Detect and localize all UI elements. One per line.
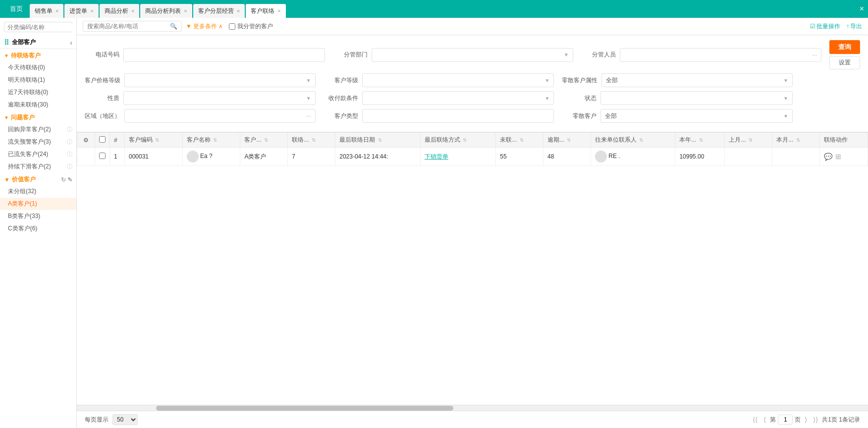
table-col-last-date[interactable]: 最后联络日期 ⇅ [335, 133, 420, 148]
prev-page-button[interactable]: ⟨ [761, 415, 768, 425]
batch-op-button[interactable]: ☑ 批量操作 [810, 22, 840, 31]
select-all-checkbox[interactable] [99, 136, 106, 143]
table-col-contacts[interactable]: 联络... ⇅ [288, 133, 335, 148]
nav-tab-purchase-close[interactable]: × [90, 8, 93, 14]
filter-item-region: 区域（地区） ··· [85, 109, 316, 123]
sidebar-item-tomorrow[interactable]: 明天待联络(1) [0, 74, 76, 86]
nav-tab-sales[interactable]: 销售单 × [30, 4, 63, 18]
table-col-this-month[interactable]: 本月... ⇅ [772, 133, 820, 148]
sidebar-item-churned[interactable]: 已流失客户(24) ⓘ [0, 148, 76, 160]
export-button[interactable]: ↑ 导出 [846, 22, 862, 31]
my-customers-check[interactable] [229, 23, 235, 30]
filter-row-2: 客户价格等级 ▼ 客户等级 ▼ 零散客户属性 全部 [85, 73, 860, 87]
nav-tab-goods-analysis-close[interactable]: × [131, 8, 134, 14]
sidebar-item-c-class-label: C类客户(6) [8, 224, 37, 233]
search-icon[interactable]: 🔍 [170, 23, 177, 30]
cell-last-way[interactable]: 下销货单 [420, 148, 495, 166]
qr-action-icon[interactable]: ⊞ [835, 153, 841, 160]
sidebar-item-c-class[interactable]: C类客户(6) [0, 222, 76, 235]
next-page-button[interactable]: ⟩ [803, 415, 809, 425]
nav-home[interactable]: 首页 [4, 0, 29, 18]
filter-input-payment[interactable]: ▼ [362, 91, 554, 105]
sidebar-item-7days[interactable]: 近7天待联络(0) [0, 86, 76, 99]
search-box[interactable]: 🔍 [83, 21, 182, 32]
table-col-type[interactable]: 客户... ⇅ [240, 133, 288, 148]
scrollbar-thumb[interactable] [156, 406, 453, 411]
filter-input-price-level[interactable]: ▼ [124, 73, 316, 87]
sidebar-item-churn-warning[interactable]: 流失预警客户(3) ⓘ [0, 136, 76, 148]
sidebar-item-b-class[interactable]: B类客户(33) [0, 210, 76, 222]
table-col-company-contact[interactable]: 往来单位联系人 ⇅ [591, 133, 675, 148]
table-col-uncontacted[interactable]: 未联... ⇅ [496, 133, 543, 148]
sidebar-item-declining[interactable]: 持续下滑客户(2) ⓘ [0, 160, 76, 173]
last-way-link[interactable]: 下销货单 [425, 153, 448, 160]
first-page-button[interactable]: ⟨⟨ [751, 415, 760, 425]
filter-input-status[interactable]: ▼ [600, 91, 793, 105]
filter-input-retail[interactable]: 全部 ▼ [600, 109, 793, 123]
table-col-name[interactable]: 客户名称 ⇅ [182, 133, 240, 148]
refresh-icon[interactable]: ↻ [61, 176, 66, 183]
sidebar-item-overdue[interactable]: 逾期未联络(30) [0, 99, 76, 111]
col-last-way-label: 最后联络方式 [425, 136, 460, 143]
search-input[interactable] [87, 23, 167, 30]
sidebar-item-churned-label: 已流失客户(24) [8, 150, 48, 159]
sidebar-all-customers[interactable]: ⠿ 全部客户 ‹ [0, 36, 76, 49]
nav-tab-goods-list[interactable]: 商品分析列表 × [140, 4, 192, 18]
sort-type-icon: ⇅ [264, 137, 268, 143]
row-checkbox[interactable] [99, 153, 106, 159]
filter-label-nature: 性质 [85, 94, 119, 103]
page-number-input[interactable] [778, 415, 793, 425]
action-buttons: 查询 设置 [829, 40, 860, 69]
sort-this-month-icon: ⇅ [796, 137, 800, 143]
settings-button[interactable]: 设置 [829, 56, 860, 69]
filter-input-manager[interactable]: ··· [620, 48, 821, 62]
company-contact-avatar [595, 151, 607, 162]
sort-last-way-icon: ⇅ [463, 137, 467, 143]
last-page-button[interactable]: ⟩⟩ [811, 415, 820, 425]
table-col-last-month[interactable]: 上月... ⇅ [725, 133, 772, 148]
filter-input-region[interactable]: ··· [124, 109, 316, 123]
table-col-last-way[interactable]: 最后联络方式 ⇅ [420, 133, 495, 148]
sidebar-item-ungrouped[interactable]: 未分组(32) [0, 185, 76, 198]
table-col-checkbox[interactable] [95, 133, 110, 148]
nav-tab-customer-mgmt[interactable]: 客户分层经营 × [193, 4, 245, 18]
filter-input-retail-attr[interactable]: 全部 ▼ [601, 73, 793, 87]
sidebar-search-box[interactable]: 🔍 [4, 22, 72, 32]
nav-tab-sales-close[interactable]: × [55, 8, 58, 14]
edit-value-icon[interactable]: ✎ [67, 176, 72, 183]
nav-tab-customer-contact-close[interactable]: × [277, 8, 280, 14]
cell-checkbox[interactable] [95, 148, 110, 166]
search-button[interactable]: 查询 [829, 40, 860, 54]
nav-tab-customer-contact[interactable]: 客户联络 × [246, 4, 285, 18]
col-name-label: 客户名称 [187, 136, 211, 143]
nav-tab-customer-mgmt-close[interactable]: × [237, 8, 240, 14]
sidebar-collapse-button[interactable]: ‹ [70, 39, 72, 47]
filter-input-nature[interactable]: ▼ [123, 91, 316, 105]
gear-icon[interactable]: ⚙ [83, 137, 89, 144]
sidebar-search-input[interactable] [7, 24, 77, 31]
sidebar-item-a-class[interactable]: A类客户(1) [0, 198, 76, 210]
nav-tab-goods-list-close[interactable]: × [184, 8, 187, 14]
close-all-tabs-button[interactable]: × [860, 4, 864, 13]
sidebar-item-repurchase[interactable]: 回购异常客户(2) ⓘ [0, 123, 76, 136]
table-col-this-year[interactable]: 本年... ⇅ [675, 133, 725, 148]
filter-row-4: 区域（地区） ··· 客户类型 零散客户 全部 ▼ [85, 109, 860, 123]
sidebar-item-today[interactable]: 今天待联络(0) [0, 61, 76, 74]
page-size-select[interactable]: 50 100 200 [112, 414, 138, 425]
cell-this-month [772, 148, 820, 166]
table-col-overdue[interactable]: 逾期... ⇅ [543, 133, 591, 148]
nav-tab-goods-analysis[interactable]: 商品分析 × [100, 4, 139, 18]
table-col-index: # [110, 133, 125, 148]
filter-input-dept[interactable]: ▼ [372, 48, 573, 62]
horizontal-scrollbar[interactable] [77, 405, 868, 411]
table-col-gear[interactable]: ⚙ [77, 133, 95, 148]
nav-tab-purchase[interactable]: 进货单 × [64, 4, 98, 18]
filter-input-customer-level[interactable]: ▼ [362, 73, 554, 87]
filter-more-button[interactable]: ▼ 更多条件 ∧ [186, 22, 223, 31]
filter-input-customer-type[interactable] [362, 109, 554, 123]
cell-actions: 💬 ⊞ [820, 148, 868, 166]
chat-action-icon[interactable]: 💬 [824, 153, 832, 160]
filter-input-phone[interactable] [123, 48, 325, 62]
table-col-code[interactable]: 客户编码 ⇅ [125, 133, 183, 148]
my-customers-checkbox[interactable]: 我分管的客户 [229, 22, 273, 31]
